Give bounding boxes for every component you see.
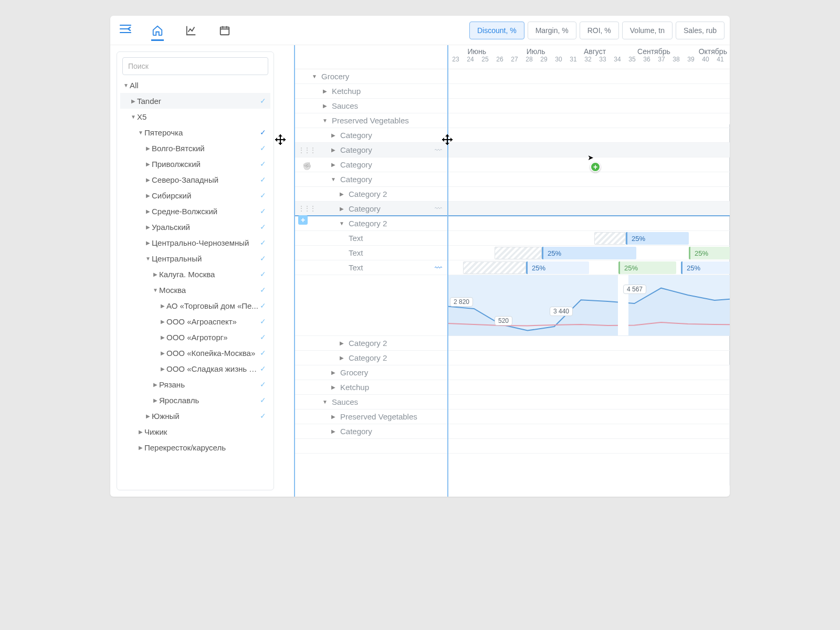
caret-icon: ▶ (152, 397, 159, 403)
gantt-row[interactable]: ▶Sauces (295, 99, 730, 113)
gantt-row[interactable]: ▶Category 2 (295, 187, 730, 202)
caret-icon: ▼ (321, 118, 329, 123)
gantt-row[interactable]: ▶Preserved Vegetables (295, 410, 730, 424)
move-handle-icon[interactable] (275, 134, 286, 145)
insert-row-button[interactable]: + (298, 215, 308, 225)
check-icon: ✓ (260, 364, 266, 373)
tree-label: All (130, 81, 266, 90)
tree-row[interactable]: ▶Волго-Вятский✓ (120, 140, 270, 156)
tree-row[interactable]: ▶Чижик (120, 424, 270, 439)
tree-row[interactable]: ▶Северо-Западный✓ (120, 172, 270, 187)
trend-icon[interactable]: 〰 (435, 146, 442, 154)
gantt-row[interactable]: ▶Category (295, 158, 730, 172)
tab-discount[interactable]: Discount, % (469, 22, 524, 39)
calendar-icon[interactable] (218, 24, 231, 37)
check-icon: ✓ (260, 317, 266, 326)
tree-row[interactable]: ▶Южный✓ (120, 408, 270, 424)
tree-row[interactable]: ▶Сибирский✓ (120, 187, 270, 203)
column-resize-icon[interactable] (442, 134, 453, 145)
gantt-row[interactable]: ▶Ketchup (295, 84, 730, 99)
tab-sales[interactable]: Sales, rub (676, 22, 724, 39)
gantt-row[interactable]: ▶Grocery (295, 365, 730, 380)
gantt-row[interactable]: ▼Preserved Vegetables (295, 113, 730, 128)
gantt-row[interactable]: ▶Category (295, 424, 730, 439)
gantt-bar[interactable]: 25% (542, 247, 636, 259)
menu-collapse-icon[interactable] (116, 24, 135, 36)
tree-row[interactable]: ▼X5 (120, 109, 270, 124)
gantt-row[interactable]: ▶Category 2 (295, 351, 730, 365)
gantt-row[interactable]: ▼Category (295, 172, 730, 187)
gantt-row[interactable]: Text25% (295, 231, 730, 246)
tree-row[interactable]: ▼Центральный✓ (120, 250, 270, 266)
tree-row[interactable]: ▶ООО «Сладкая жизнь Н...✓ (120, 361, 270, 376)
gantt-label: ▶Ketchup (295, 87, 447, 96)
tab-volume[interactable]: Volume, tn (622, 22, 673, 39)
tree-label: X5 (137, 112, 266, 121)
tree-row[interactable]: ▶Калуга. Москва✓ (120, 266, 270, 282)
caret-icon: ▼ (152, 287, 159, 293)
gantt-row[interactable]: Text25%25% (295, 246, 730, 260)
gantt-lane (447, 128, 730, 142)
gantt-lane (447, 187, 730, 201)
divider[interactable] (280, 45, 295, 497)
tree-row[interactable]: ▶Tander✓ (120, 93, 270, 109)
gantt-row[interactable] (295, 439, 730, 454)
caret-icon: ▶ (330, 414, 337, 419)
trend-icon[interactable]: 〰 (435, 264, 442, 272)
home-icon[interactable] (151, 28, 164, 41)
gantt-row[interactable]: ▶Category 2 (295, 336, 730, 351)
tree-row[interactable]: ▼Пятерочка✓ (120, 124, 270, 140)
gantt-lane (447, 351, 730, 365)
tab-margin[interactable]: Margin, % (528, 22, 576, 39)
gantt-label: ▶Sauces (295, 101, 447, 110)
caret-icon: ▶ (330, 162, 337, 167)
gantt-row[interactable]: ▶Category (295, 128, 730, 143)
gantt-row[interactable]: Text〰25%25%25% (295, 260, 730, 275)
tree-row[interactable]: ▶Средне-Волжский✓ (120, 203, 270, 219)
gantt-row[interactable]: ⋮⋮⋮▶Category〰 (295, 143, 730, 158)
chart-value-badge: 2 820 (450, 297, 473, 307)
caret-icon: ▶ (144, 208, 152, 214)
check-icon: ✓ (260, 270, 266, 278)
gantt-bar[interactable]: 25% (526, 261, 589, 274)
drag-handle-icon[interactable]: ⋮⋮⋮ (298, 146, 316, 154)
gantt-row[interactable]: ▼Sauces (295, 395, 730, 410)
tree-row[interactable]: ▶АО «Торговый дом «Пе...✓ (120, 298, 270, 313)
search-input[interactable]: Поиск (122, 57, 268, 75)
tree-row[interactable]: ▶Рязань✓ (120, 376, 270, 392)
tree-row[interactable]: ▶ООО «Агроторг»✓ (120, 329, 270, 345)
tree-row[interactable]: ▶ООО «Копейка-Москва»✓ (120, 345, 270, 361)
gantt-lane (447, 202, 730, 215)
tree-label: ООО «Сладкая жизнь Н... (166, 364, 260, 373)
week-num: 39 (684, 56, 698, 63)
tree-row[interactable]: ▼All (120, 77, 270, 93)
tree-row[interactable]: ▶Уральский✓ (120, 219, 270, 235)
gantt-bar[interactable] (495, 247, 542, 259)
gantt-row[interactable]: ▼Category 2 (295, 216, 730, 231)
gantt-bar[interactable]: 25% (689, 247, 730, 259)
chart-icon[interactable] (185, 24, 197, 37)
tree-row[interactable]: ▼Москва✓ (120, 282, 270, 298)
gantt-bar[interactable]: 25% (618, 261, 676, 274)
gantt-bar[interactable] (463, 261, 526, 274)
check-icon: ✓ (260, 286, 266, 294)
tree-row[interactable]: ▶Центрально-Черноземный✓ (120, 235, 270, 250)
add-button[interactable]: + (590, 162, 601, 172)
gantt-lane (447, 380, 730, 394)
trend-icon[interactable]: 〰 (435, 204, 442, 213)
tree-row[interactable]: ▶Приволжский✓ (120, 156, 270, 172)
gantt-row[interactable]: ▼Grocery (295, 69, 730, 84)
tab-roi[interactable]: ROI, % (580, 22, 619, 39)
gantt-bar[interactable]: 25% (681, 261, 730, 274)
tree-row[interactable]: ▶Перекресток/карусель (120, 439, 270, 455)
gantt-row[interactable]: ⋮⋮⋮▶Category〰+ (295, 202, 730, 216)
tree-row[interactable]: ▶Ярославль✓ (120, 392, 270, 408)
gantt-bar[interactable]: 25% (626, 232, 689, 245)
drag-handle-icon[interactable]: ⋮⋮⋮ (298, 205, 316, 212)
tree-label: ООО «Копейка-Москва» (166, 349, 260, 358)
tree-row[interactable]: ▶ООО «Агроаспект»✓ (120, 313, 270, 329)
gantt-bar[interactable] (594, 232, 626, 245)
gantt-row[interactable]: ▶Ketchup (295, 380, 730, 395)
month-label: Сентябрь (624, 45, 683, 56)
tree-label: Северо-Западный (152, 175, 260, 184)
